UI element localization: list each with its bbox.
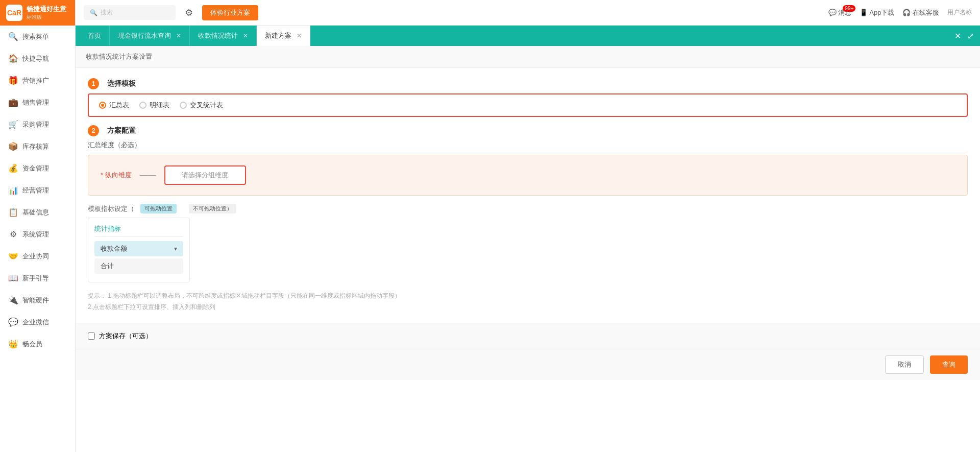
search-icon: 🔍: [8, 32, 18, 41]
metrics-title: 统计指标: [94, 224, 183, 237]
radio-detail[interactable]: 明细表: [139, 101, 169, 110]
tab-new-plan[interactable]: 新建方案 ✕: [257, 26, 310, 46]
query-button[interactable]: 查询: [930, 355, 968, 374]
dimension-selector[interactable]: 请选择分组维度: [164, 165, 246, 185]
tab-home[interactable]: 首页: [80, 26, 110, 46]
step1-title: 选择模板: [107, 79, 136, 88]
sidebar-item-wechat[interactable]: 💬 企业微信: [0, 311, 75, 333]
sidebar-item-label: 系统管理: [22, 230, 49, 239]
dimension-row: * 纵向维度 —— 请选择分组维度: [101, 165, 955, 185]
metric-sub-item-label: 合计: [101, 262, 114, 270]
wechat-icon: 💬: [8, 317, 18, 327]
download-area[interactable]: 📱 App下载: [860, 8, 894, 17]
form-section: 1 选择模板 汇总表 明细表 交叉统计表: [76, 68, 980, 323]
cancel-button[interactable]: 取消: [885, 355, 924, 374]
sidebar-item-system[interactable]: ⚙ 系统管理: [0, 223, 75, 245]
plan-section: 2 方案配置 汇总维度（必选） * 纵向维度 —— 请选择分组维度: [88, 125, 968, 313]
save-checkbox[interactable]: [88, 332, 95, 340]
sidebar-item-management[interactable]: 📊 经营管理: [0, 179, 75, 201]
radio-cross-label: 交叉统计表: [190, 101, 223, 110]
sidebar-item-quicknav[interactable]: 🏠 快捷导航: [0, 47, 75, 69]
tips-title: 提示：: [88, 292, 106, 299]
tab-cashflow-close[interactable]: ✕: [176, 32, 181, 39]
settings-button[interactable]: ⚙: [182, 6, 196, 20]
metrics-header-text: 模板指标设定（: [88, 204, 134, 213]
cooperation-icon: 🤝: [8, 251, 18, 261]
sidebar-item-label: 经营管理: [22, 186, 49, 195]
step1-row: 1 选择模板: [88, 78, 968, 89]
sidebar-item-sales[interactable]: 💼 销售管理: [0, 91, 75, 113]
sidebar-item-label: 采购管理: [22, 120, 49, 129]
notification-area[interactable]: 💬 消息 99+: [828, 8, 852, 17]
guide-icon: 📖: [8, 273, 18, 283]
tab-cashflow-label: 现金银行流水查询: [118, 31, 171, 40]
sidebar-item-marketing[interactable]: 🎁 营销推广: [0, 69, 75, 91]
download-icon: 📱: [860, 9, 868, 16]
tab-collection-close[interactable]: ✕: [243, 32, 248, 39]
step2-badge: 2: [88, 125, 99, 136]
logo-icon: CaR: [6, 5, 22, 21]
tab-maximize-btn[interactable]: ⤢: [965, 29, 976, 43]
sidebar-item-finance[interactable]: 💰 资金管理: [0, 157, 75, 179]
sidebar-item-label: 销售管理: [22, 98, 49, 107]
radio-cross[interactable]: 交叉统计表: [180, 101, 223, 110]
sidebar-item-cooperation[interactable]: 🤝 企业协同: [0, 245, 75, 267]
tab-collection[interactable]: 收款情况统计 ✕: [190, 26, 257, 46]
sidebar-item-label: 企业协同: [22, 252, 49, 261]
sidebar-item-label: 智能硬件: [22, 296, 49, 305]
draggable-badge: 可拖动位置: [140, 204, 177, 213]
sidebar-item-search[interactable]: 🔍 搜索菜单: [0, 26, 75, 47]
main-area: 🔍 搜索 ⚙ 体验行业方案 💬 消息 99+ 📱 App下载 🎧 在线客服 用户…: [76, 0, 980, 452]
sidebar-item-member[interactable]: 👑 畅会员: [0, 333, 75, 355]
tab-close-btn[interactable]: ✕: [952, 29, 963, 43]
trial-button[interactable]: 体验行业方案: [202, 5, 258, 20]
tab-cashflow[interactable]: 现金银行流水查询 ✕: [110, 26, 190, 46]
message-icon: 💬: [828, 9, 837, 16]
home-icon: 🏠: [8, 54, 18, 63]
sidebar-item-guide[interactable]: 📖 新手引导: [0, 267, 75, 289]
radio-summary[interactable]: 汇总表: [99, 101, 129, 110]
sidebar-item-purchase[interactable]: 🛒 采购管理: [0, 113, 75, 135]
metric-item-label: 收款金额: [101, 244, 127, 253]
sidebar: CaR 畅捷通好生意 标准版 🔍 搜索菜单 🏠 快捷导航 🎁 营销推广 💼 销售…: [0, 0, 76, 452]
logo-text: 畅捷通好生意 标准版: [27, 5, 66, 21]
search-icon: 🔍: [90, 9, 97, 16]
non-draggable-badge: 不可拖动位置）: [189, 204, 236, 213]
tab-home-label: 首页: [88, 31, 101, 40]
support-icon: 🎧: [902, 9, 911, 16]
support-area[interactable]: 🎧 在线客服: [902, 8, 939, 17]
metric-item-collection-amount[interactable]: 收款金额 ▾: [94, 241, 183, 256]
radio-group: 汇总表 明细表 交叉统计表: [99, 101, 223, 110]
tabs-controls: ✕ ⤢: [952, 29, 980, 43]
finance-icon: 💰: [8, 163, 18, 173]
sidebar-item-label: 快捷导航: [22, 54, 49, 63]
sidebar-item-label: 营销推广: [22, 76, 49, 85]
sidebar-item-base-info[interactable]: 📋 基础信息: [0, 201, 75, 223]
dimension-section-label: 汇总维度（必选）: [88, 140, 968, 150]
purchase-icon: 🛒: [8, 120, 18, 129]
radio-circle-summary: [99, 102, 106, 109]
sales-icon: 💼: [8, 98, 18, 107]
sidebar-item-inventory[interactable]: 📦 库存核算: [0, 135, 75, 157]
tips-line2: 2.点击标题栏下拉可设置排序、插入列和删除列: [88, 302, 968, 313]
metrics-header: 模板指标设定（ 可拖动位置 不可拖动位置）: [88, 204, 968, 213]
tab-bar: 首页 现金银行流水查询 ✕ 收款情况统计 ✕ 新建方案 ✕ ✕ ⤢: [76, 26, 980, 46]
tab-new-plan-close[interactable]: ✕: [297, 32, 302, 39]
sidebar-item-hardware[interactable]: 🔌 智能硬件: [0, 289, 75, 311]
sidebar-item-label: 新手引导: [22, 274, 49, 283]
support-label: 在线客服: [913, 9, 939, 16]
sidebar-logo: CaR 畅捷通好生意 标准版: [0, 0, 75, 26]
dimension-area: * 纵向维度 —— 请选择分组维度: [88, 155, 968, 196]
step1-badge: 1: [88, 78, 99, 89]
step2-title: 方案配置: [107, 126, 136, 135]
tab-new-plan-label: 新建方案: [265, 31, 291, 40]
radio-circle-detail: [139, 102, 146, 109]
tips-section: 提示： 1.拖动标题栏可以调整布局，不可跨维度或指标区域拖动栏目字段（只能在同一…: [88, 291, 968, 313]
page-header: 收款情况统计方案设置: [76, 46, 980, 68]
tab-collection-label: 收款情况统计: [198, 31, 238, 40]
search-box[interactable]: 🔍 搜索: [84, 5, 176, 20]
download-label: App下载: [869, 9, 894, 16]
sidebar-item-label: 搜索菜单: [22, 32, 49, 41]
page-header-text: 收款情况统计方案设置: [86, 53, 152, 60]
sidebar-item-label: 畅会员: [22, 340, 42, 349]
